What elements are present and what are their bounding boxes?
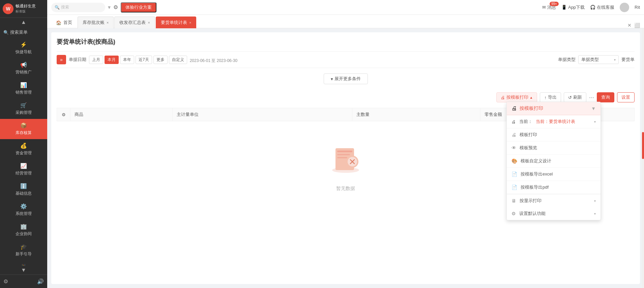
dropdown-close-icon[interactable]: ▼: [591, 106, 596, 111]
expand-more-icon: ▾: [331, 76, 333, 82]
trial-button[interactable]: 体验行业方案: [121, 2, 156, 12]
sidebar-item-label: 快捷导航: [16, 49, 32, 55]
tab-order-stats[interactable]: 要货单统计表 ×: [156, 17, 196, 28]
default-function-arrow-icon: ▾: [594, 212, 596, 216]
topbar-search[interactable]: 🔍 搜索: [51, 3, 105, 12]
sidebar-footer: ⚙ 🔊: [0, 275, 47, 288]
print-dropdown-menu: 🖨 按模板打印 ▼ 🖨 当前： 当前：要货单统计表 ▾ 🖨: [506, 102, 601, 220]
sidebar-item-label: 资金管理: [16, 150, 32, 156]
tab-close-inventory-batch[interactable]: ×: [107, 21, 109, 25]
window-maximize-btn[interactable]: ⬜: [634, 23, 640, 28]
expand-more-btn[interactable]: ▾ 展开更多条件: [324, 73, 368, 84]
expand-icon: »: [60, 57, 63, 62]
topbar-settings-icon[interactable]: ⚙: [113, 4, 118, 10]
dropdown-template-preview[interactable]: 👁 模板预览: [507, 141, 601, 155]
inventory-icon: 📦: [20, 122, 27, 129]
logo-icon: W: [3, 3, 13, 14]
purchase-icon: 🛒: [20, 102, 27, 108]
select-arrow-icon: ▾: [614, 58, 616, 62]
dropdown-display-print[interactable]: 🖥 按显示打印 ▾: [507, 194, 601, 207]
scrollbar-thumb[interactable]: [642, 132, 644, 159]
sidebar-nav: ⚡ 快捷导航 📢 营销推广 📊 销售管理 🛒 采购管理 📦 库存核算 💰 资金管…: [0, 38, 47, 266]
messages-item[interactable]: ✉ 消息 99+: [542, 4, 556, 10]
topbar-actions: ✉ 消息 99+ 📱 App下载 🎧 在线客服 Rit: [542, 3, 640, 12]
date-range: 2023-06-01 至 2023-06-30: [190, 58, 237, 63]
sidebar-item-quick-nav[interactable]: ⚡ 快捷导航: [0, 38, 47, 58]
sidebar-item-purchase[interactable]: 🛒 采购管理: [0, 99, 47, 119]
app-name: 畅通好生意: [16, 4, 36, 9]
app-download-item[interactable]: 📱 App下载: [561, 4, 585, 10]
date-btn-custom[interactable]: 自定义: [169, 56, 187, 64]
type-select[interactable]: 单据类型 ▾: [578, 55, 619, 64]
dropdown-template-pdf[interactable]: 📄 按模板导出pdf: [507, 181, 601, 194]
sales-icon: 📊: [20, 82, 27, 88]
current-label: 当前：: [519, 119, 532, 125]
tab-close-order-stats[interactable]: ×: [189, 21, 191, 25]
sidebar-item-enterprise[interactable]: 🏢 企业协同: [0, 220, 47, 240]
current-arrow-icon: ▾: [594, 120, 596, 124]
sidebar-item-app-center[interactable]: 📱 应用中心: [0, 260, 47, 266]
sidebar-item-sales[interactable]: 📊 销售管理: [0, 78, 47, 99]
right-scrollbar[interactable]: [642, 28, 644, 288]
sidebar-scroll-up[interactable]: ▲: [0, 18, 47, 27]
date-btn-this-month[interactable]: 本月: [105, 56, 119, 64]
tab-inventory-batch[interactable]: 库存批次账 ×: [78, 17, 114, 28]
sidebar-search[interactable]: 🔍 搜索菜单: [0, 27, 47, 38]
dropdown-default-function[interactable]: ⚙ 设置默认功能 ▾: [507, 207, 601, 220]
newbie-icon: 🎓: [20, 244, 27, 250]
query-btn[interactable]: 查询: [597, 92, 614, 102]
topbar: 🔍 搜索 ▾ ⚙ 体验行业方案 ✉ 消息 99+ 📱 App下载 🎧 在线客服 …: [47, 0, 644, 15]
dropdown-template-excel[interactable]: 📄 按模板导出excel: [507, 168, 601, 181]
refresh-btn[interactable]: ↺ 刷新: [564, 92, 586, 102]
template-pdf-icon: 📄: [511, 185, 517, 190]
print-btn[interactable]: 🖨 按模板打印 ▲: [496, 92, 537, 102]
date-btn-this-year[interactable]: 本年: [120, 56, 134, 64]
export-btn[interactable]: ↑ 导出: [540, 92, 561, 102]
date-label: 单据日期: [69, 57, 86, 63]
sidebar-item-finance[interactable]: 💰 资金管理: [0, 139, 47, 159]
date-btn-more[interactable]: 更多: [153, 56, 168, 64]
window-close-btn[interactable]: ✕: [627, 23, 632, 28]
sidebar-item-label: 经营管理: [16, 170, 32, 176]
username: Rit: [635, 5, 640, 10]
tab-home[interactable]: 🏠 首页: [51, 17, 77, 28]
dropdown-template-print[interactable]: 🖨 模板打印: [507, 128, 601, 141]
sidebar-item-system[interactable]: ⚙️ 系统管理: [0, 200, 47, 220]
home-icon: 🏠: [56, 20, 61, 25]
empty-text: 暂无数据: [336, 186, 355, 192]
template-excel-icon: 📄: [511, 171, 517, 177]
sidebar-scroll-down[interactable]: ▼: [0, 266, 47, 275]
sidebar-item-label: 销售管理: [16, 90, 32, 95]
topbar-chevron-icon[interactable]: ▾: [108, 4, 111, 10]
dropdown-header: 🖨 按模板打印 ▼: [507, 102, 601, 115]
sidebar-item-inventory[interactable]: 📦 库存核算: [0, 119, 47, 139]
sidebar-item-newbie[interactable]: 🎓 新手引导: [0, 240, 47, 260]
date-btn-last-month[interactable]: 上月: [89, 56, 103, 64]
sidebar-item-operations[interactable]: 📈 经营管理: [0, 159, 47, 180]
settings-btn[interactable]: 设置: [617, 92, 635, 102]
finance-icon: 💰: [20, 142, 27, 149]
headset-icon: 🎧: [590, 5, 595, 10]
col-settings[interactable]: ⚙: [57, 108, 70, 121]
template-preview-icon: 👁: [511, 145, 516, 151]
tab-receipt-summary[interactable]: 收发存汇总表 ×: [114, 17, 155, 28]
online-support-item[interactable]: 🎧 在线客服: [590, 4, 614, 10]
tab-close-receipt-summary[interactable]: ×: [148, 21, 150, 25]
filter-expand-btn[interactable]: »: [57, 55, 66, 64]
sidebar-item-label: 企业协同: [16, 231, 32, 237]
display-print-icon: 🖥: [511, 198, 516, 203]
sidebar-sound-icon[interactable]: 🔊: [37, 278, 44, 285]
toolbar-more-icon[interactable]: ···: [589, 94, 594, 101]
dropdown-current[interactable]: 🖨 当前： 当前：要货单统计表 ▾: [507, 115, 601, 128]
avatar[interactable]: [620, 3, 629, 12]
print-icon: 🖨: [501, 95, 505, 100]
sidebar-item-marketing[interactable]: 📢 营销推广: [0, 58, 47, 78]
sidebar-settings-icon[interactable]: ⚙: [3, 278, 8, 285]
date-btn-last-7days[interactable]: 近7天: [136, 56, 152, 64]
display-print-arrow-icon: ▾: [594, 199, 596, 203]
sidebar-item-basic[interactable]: ℹ️ 基础信息: [0, 180, 47, 200]
sidebar-item-label: 库存核算: [16, 130, 32, 136]
dropdown-template-design[interactable]: 🎨 模板自定义设计: [507, 155, 601, 168]
column-settings-icon: ⚙: [62, 112, 66, 117]
sidebar-item-label: 新手引导: [16, 251, 32, 257]
